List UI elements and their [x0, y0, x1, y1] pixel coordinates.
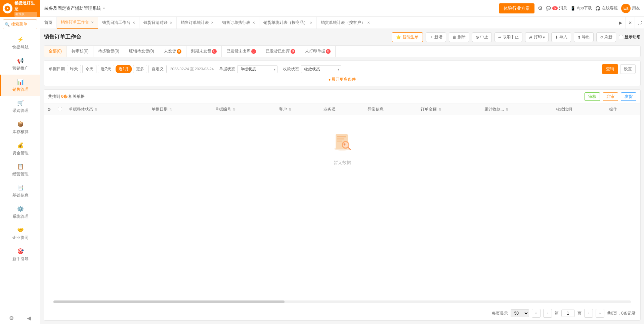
tab-home[interactable]: 首页 — [40, 17, 57, 29]
tab-sales-workbench[interactable]: 销售订单工作台 ✕ — [57, 17, 98, 29]
export-button[interactable]: ⬆ 导出 — [574, 32, 594, 42]
overdue-unshipped-badge: 0 — [212, 49, 217, 54]
tab-close-sales-summary-customer[interactable]: ✕ — [367, 21, 370, 25]
filter-date-custom[interactable]: 自定义 — [148, 65, 167, 73]
sidebar: 畅捷通好生意 标准版 🔍 搜索菜单 ⚡ 快捷导航 📢 营销推广 📊 销售管理 🛒… — [0, 0, 40, 324]
pagination-next-button[interactable]: › — [584, 309, 593, 318]
tab-scroll-right-button[interactable]: ▶ — [616, 17, 625, 29]
table-col-checkbox[interactable] — [54, 104, 66, 115]
filter-date-buttons: 昨天 今天 近7天 近1月 更多 自定义 — [67, 65, 167, 73]
sidebar-item-sales[interactable]: 📊 销售管理 — [0, 75, 40, 96]
table-col-amount[interactable]: 订单金额 ⇅ — [417, 104, 481, 115]
table-col-received[interactable]: 累计收款... ⇅ — [481, 104, 553, 115]
select-all-checkbox[interactable] — [58, 107, 62, 111]
filter-expand-button[interactable]: ▾ 展开更多条件 — [329, 77, 356, 82]
search-icon: 🔍 — [5, 22, 10, 27]
tab-close-sales-exec[interactable]: ✕ — [252, 21, 255, 25]
pagination-page-input[interactable] — [561, 310, 575, 317]
subtab-wangpu[interactable]: 旺铺待发货(0) — [124, 46, 159, 57]
delete-button[interactable]: 🗑 删除 — [449, 32, 469, 42]
table-col-number[interactable]: 单据编号 ⇅ — [212, 104, 275, 115]
subtab-shipped-not-out[interactable]: 已发货未出库0 — [222, 46, 261, 57]
sidebar-item-enterprise[interactable]: 🤝 企业协同 — [0, 223, 40, 244]
filter-payment-select[interactable]: 收款状态 — [301, 65, 341, 73]
pagination-first-button[interactable]: « — [532, 309, 541, 318]
ship-button[interactable]: 发货 — [621, 92, 636, 101]
sidebar-item-inventory[interactable]: 📦 库存核算 — [0, 117, 40, 138]
table-col-customer[interactable]: 客户 ⇅ — [275, 104, 320, 115]
table-col-status[interactable]: 单据整体状态 ⇅ — [66, 104, 148, 115]
filter-date-yesterday[interactable]: 昨天 — [67, 65, 81, 73]
subtab-pending-inspect[interactable]: 待拣验货(0) — [93, 46, 124, 57]
table-col-abnormal[interactable]: 异常信息 — [364, 104, 417, 115]
tab-fullscreen-button[interactable]: ⛶ — [635, 17, 644, 29]
topbar-service[interactable]: 🎧 在线客服 — [595, 5, 618, 11]
subtab-shipped-out[interactable]: 已发货已出库0 — [261, 46, 300, 57]
sidebar-item-finance[interactable]: 💰 资金管理 — [0, 138, 40, 159]
smart-generate-button[interactable]: ⭐ 智能生单 — [392, 32, 423, 42]
pagination-prev-button[interactable]: ‹ — [543, 309, 552, 318]
subtab-pending-review[interactable]: 待审核(0) — [67, 46, 94, 57]
pagination-last-button[interactable]: » — [596, 309, 604, 318]
tab-sales-summary-customer[interactable]: 销货单统计表（按客户） ✕ — [317, 17, 374, 29]
solution-button[interactable]: 体验行业方案 — [499, 3, 534, 13]
table-col-staff[interactable]: 业务员 — [320, 104, 364, 115]
tab-close-sales-stat[interactable]: ✕ — [211, 21, 214, 25]
show-detail-checkbox-wrap[interactable]: 显示明细 — [619, 34, 641, 40]
topbar-settings-icon[interactable]: ⚙ — [538, 5, 543, 11]
cancel-stop-button[interactable]: ↩ 取消中止 — [495, 32, 522, 42]
topbar-app-download[interactable]: 📱 App下载 — [570, 5, 592, 11]
query-button[interactable]: 查询 — [602, 64, 618, 74]
tab-close-sales-summary-product[interactable]: ✕ — [310, 21, 312, 25]
import-button[interactable]: ⬇ 导入 — [551, 32, 571, 42]
scroll-thumb[interactable] — [53, 300, 285, 303]
table-scroll[interactable]: ⚙ 单据整体状态 ⇅ 单据日期 ⇅ 单据编号 — [44, 104, 640, 298]
filter-date-1month[interactable]: 近1月 — [116, 65, 132, 73]
refresh-button[interactable]: ↻ 刷新 — [596, 32, 616, 42]
tab-close-cash-reconcile[interactable]: ✕ — [170, 21, 172, 25]
tab-close-all-button[interactable]: ✕ — [625, 17, 635, 29]
sidebar-item-marketing[interactable]: 📢 营销推广 — [0, 53, 40, 75]
tab-cash-reconcile[interactable]: 钱货日清对账 ✕ — [139, 17, 177, 29]
filter-status-select[interactable]: 单据状态 — [237, 65, 277, 73]
sidebar-item-quick-nav[interactable]: ⚡ 快捷导航 — [0, 32, 40, 53]
topbar-user[interactable]: Ea 用友 — [621, 4, 640, 13]
sidebar-item-guide[interactable]: 🎯 新手引导 — [0, 244, 40, 265]
tab-sales-summary-product[interactable]: 销货单统计表（按商品） ✕ — [259, 17, 317, 29]
table-count-text: 共找到 0条 相关单据 — [48, 94, 85, 99]
tab-cash-daily[interactable]: 钱货日清工作台 ✕ — [98, 17, 139, 29]
sidebar-settings-button[interactable]: ⚙ — [9, 315, 14, 321]
tab-close-sales-workbench[interactable]: ✕ — [91, 21, 94, 24]
tab-close-cash-daily[interactable]: ✕ — [132, 21, 135, 25]
pagination-bar: 每页显示 50 10 20 100 « ‹ 第 页 › » 共0页，0条记录 — [44, 306, 640, 320]
sidebar-collapse-button[interactable]: ◀ — [27, 315, 31, 321]
sidebar-item-basic[interactable]: 📑 基础信息 — [0, 180, 40, 202]
scroll-track[interactable] — [53, 300, 631, 303]
revoke-button[interactable]: 弃审 — [603, 92, 618, 101]
filter-settings-button[interactable]: 设置 — [620, 64, 636, 74]
approve-button[interactable]: 审核 — [585, 92, 600, 101]
topbar-message[interactable]: 💬 6 消息 — [546, 5, 567, 11]
table-col-date[interactable]: 单据日期 ⇅ — [148, 104, 212, 115]
filter-date-7days[interactable]: 近7天 — [98, 65, 114, 73]
per-page-select[interactable]: 50 10 20 100 — [511, 309, 529, 317]
table-col-settings[interactable]: ⚙ — [44, 104, 54, 115]
stop-button[interactable]: ⊘ 中止 — [472, 32, 492, 42]
new-button[interactable]: ＋ 新增 — [426, 32, 446, 42]
tab-sales-stat[interactable]: 销售订单统计表 ✕ — [177, 17, 218, 29]
sidebar-item-system[interactable]: ⚙️ 系统管理 — [0, 202, 40, 223]
print-button[interactable]: 🖨 打印 ▾ — [525, 32, 549, 42]
subtab-overdue-unshipped[interactable]: 到期未发货0 — [186, 46, 222, 57]
subtab-all[interactable]: 全部(0) — [44, 46, 67, 57]
sidebar-item-purchase[interactable]: 🛒 采购管理 — [0, 96, 40, 117]
tab-sales-exec[interactable]: 销售订单执行表 ✕ — [218, 17, 259, 29]
filter-date-more[interactable]: 更多 — [133, 65, 147, 73]
search-menu-button[interactable]: 🔍 搜索菜单 — [3, 19, 37, 29]
page-header: 销售订单工作台 ⭐ 智能生单 ＋ 新增 🗑 删除 ⊘ 中止 — [44, 32, 641, 42]
enterprise-icon: 🤝 — [17, 226, 24, 234]
sidebar-item-operations[interactable]: 📋 经营管理 — [0, 159, 40, 180]
subtab-unshipped[interactable]: 未发货0 — [159, 46, 186, 57]
subtab-unprinted[interactable]: 未打印单据0 — [300, 46, 336, 57]
show-detail-checkbox[interactable] — [619, 35, 623, 39]
filter-date-today[interactable]: 今天 — [82, 65, 96, 73]
